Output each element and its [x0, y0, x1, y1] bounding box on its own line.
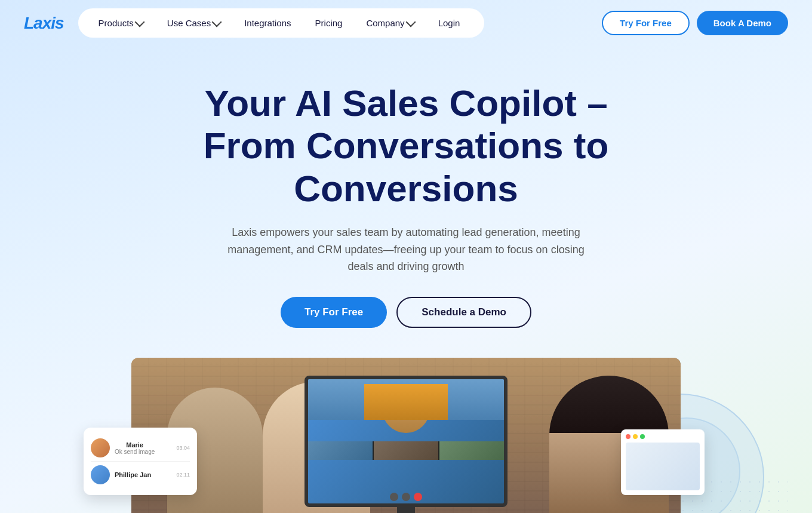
chat-avatar-marie	[91, 438, 110, 457]
chat-overlay-card: Marie Ok send image 03:04 Phillipe Jan 0…	[84, 428, 197, 495]
nav-item-login[interactable]: Login	[427, 13, 471, 33]
chat-avatar-phillipe	[91, 465, 110, 484]
nav-item-pricing[interactable]: Pricing	[304, 13, 353, 33]
chevron-down-icon	[405, 17, 416, 27]
thumb-1	[308, 441, 373, 460]
video-icon	[402, 493, 410, 501]
nav-item-products[interactable]: Products	[88, 13, 154, 33]
nav-item-company[interactable]: Company	[355, 13, 425, 33]
thumb-2	[374, 441, 438, 460]
mute-icon	[390, 493, 398, 501]
video-screen	[308, 379, 504, 503]
chevron-down-icon	[134, 17, 144, 27]
nav-item-integrations[interactable]: Integrations	[233, 13, 302, 33]
try-for-free-button[interactable]: Try For Free	[602, 11, 690, 35]
thumb-3	[439, 441, 504, 460]
chat-item-phillipe: Phillipe Jan 02:11	[91, 462, 190, 488]
browser-card	[621, 429, 705, 495]
monitor-stand	[397, 506, 415, 513]
close-dot	[626, 434, 630, 439]
chat-info-marie: Marie Ok send image	[115, 441, 155, 455]
maximize-dot	[640, 434, 645, 439]
hero-schedule-demo-button[interactable]: Schedule a Demo	[396, 297, 531, 328]
minimize-dot	[633, 434, 638, 439]
chevron-down-icon	[212, 17, 222, 27]
chat-item-marie: Marie Ok send image 03:04	[91, 435, 190, 462]
logo[interactable]: Laxis	[24, 14, 64, 33]
browser-content-preview	[626, 443, 700, 490]
main-speaker-tile	[308, 379, 504, 420]
meeting-background	[131, 358, 681, 513]
chat-info-phillipe: Phillipe Jan	[115, 471, 151, 478]
nav-links: Products Use Cases Integrations Pricing …	[78, 8, 484, 38]
video-thumbnails	[308, 441, 504, 460]
call-controls	[390, 493, 422, 501]
hero-buttons: Try For Free Schedule a Demo	[12, 297, 800, 328]
nav-item-use-cases[interactable]: Use Cases	[156, 13, 231, 33]
hero-headline: Your AI Sales Copilot – From Conversatio…	[137, 82, 675, 210]
end-call-icon	[414, 493, 422, 501]
book-demo-button[interactable]: Book A Demo	[697, 11, 788, 35]
hero-meeting-image	[131, 358, 681, 513]
browser-traffic-lights	[626, 434, 700, 439]
video-monitor	[304, 376, 508, 507]
nav-right: Try For Free Book A Demo	[602, 11, 788, 35]
hero-image-container: ✕ ✕	[119, 358, 693, 513]
hero-try-free-button[interactable]: Try For Free	[281, 297, 387, 328]
speaker-top	[364, 384, 448, 420]
hero-section: Your AI Sales Copilot – From Conversatio…	[0, 46, 812, 513]
hero-subtext: Laxis empowers your sales team by automa…	[221, 224, 591, 275]
